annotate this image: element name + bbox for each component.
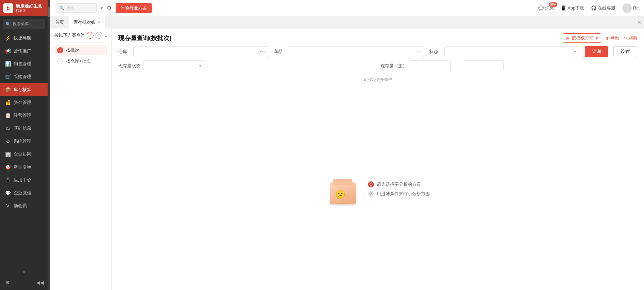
- collapse-sidebar-btn[interactable]: ◀◀: [35, 278, 45, 287]
- purchase-icon: 🛒: [5, 74, 11, 79]
- print-dropdown-icon[interactable]: ▾: [596, 36, 598, 41]
- tab-close-btn[interactable]: ×: [98, 20, 100, 25]
- sidebar-item-label: 销售管理: [14, 61, 31, 67]
- qty-range-divider: [453, 66, 460, 66]
- app-title-wrap: 畅康通好生意 标准版: [16, 3, 42, 13]
- sidebar-item-label: 应用中心: [14, 177, 31, 183]
- sidebar-item-enterprise[interactable]: 🏢 企业协同: [0, 148, 48, 161]
- user-name: Rit: [633, 5, 639, 11]
- trial-btn[interactable]: 体验行业方案: [116, 3, 152, 13]
- scheme-label: 按批次: [66, 47, 79, 53]
- service-icon: 🎧: [591, 5, 596, 11]
- scroll-thumb: [48, 7, 50, 17]
- empty-illustration: 😕: [326, 172, 360, 206]
- topbar-search-icon: 🔍: [60, 6, 65, 11]
- illustration-face: 😕: [335, 190, 345, 199]
- sidebar-item-label: 经营管理: [14, 112, 31, 119]
- status-select[interactable]: ▾: [444, 46, 579, 57]
- collapse-icon: ∧: [363, 77, 367, 82]
- query-btn[interactable]: 查询: [585, 46, 608, 57]
- scheme-inactive-icon: ○: [57, 58, 63, 64]
- settings-footer-btn[interactable]: ⚙: [3, 278, 12, 287]
- topbar-search[interactable]: 🔍 搜索: [56, 3, 97, 13]
- hint-text-1: 请先选择要分析的方案: [377, 181, 421, 187]
- sidebar-item-label: 快捷导航: [14, 35, 31, 41]
- page-title: 现存量查询(按批次): [118, 34, 171, 42]
- sidebar-item-system[interactable]: ⚙ 系统管理: [0, 135, 48, 148]
- collapse-filter-btn[interactable]: ∧ 收起更多条件: [118, 75, 637, 85]
- sidebar-item-label: 基础信息: [14, 125, 31, 131]
- sidebar-scroll[interactable]: [48, 0, 50, 290]
- sidebar-item-newguide[interactable]: 🎯 新手引导: [0, 161, 48, 174]
- sidebar-search[interactable]: 🔍 搜索菜单: [3, 19, 45, 29]
- sidebar-item-label: 企业协同: [14, 151, 31, 157]
- sidebar-item-basic[interactable]: 🗂 基础信息: [0, 122, 48, 135]
- search-icon: 🔍: [5, 22, 11, 26]
- scheme-item-batch[interactable]: ● 按批次: [54, 45, 107, 55]
- sidebar-item-label: 资金管理: [14, 99, 31, 106]
- sidebar: b 畅康通好生意 标准版 🔍 搜索菜单 ⚡ 快捷导航 📢 营销推广 📊 销售管理…: [0, 0, 48, 290]
- tab-inventory-batch[interactable]: 库存批次账 ×: [69, 16, 105, 29]
- hint-num-2: 2: [368, 191, 374, 197]
- inv-status-dropdown-icon: ▾: [199, 64, 201, 68]
- inv-qty-max-input[interactable]: [463, 60, 504, 71]
- sidebar-footer: ⚙ ◀◀: [0, 275, 48, 290]
- print-icon: 🖨: [566, 36, 570, 41]
- topbar-gear-icon[interactable]: ⚙: [107, 5, 112, 11]
- filter-inv-qty-group: 现存量（主）: [380, 60, 637, 71]
- print-label: 按模板打印: [572, 35, 594, 41]
- export-label: 导出: [610, 35, 619, 41]
- refresh-btn[interactable]: ↻ 刷新: [623, 35, 637, 41]
- tab-home[interactable]: 首页: [50, 16, 69, 29]
- export-btn[interactable]: ⬆ 导出: [605, 35, 619, 41]
- finance-icon: 💰: [5, 100, 11, 105]
- inventory-icon: 📦: [5, 87, 11, 92]
- warehouse-input[interactable]: ···: [133, 46, 268, 57]
- system-icon: ⚙: [5, 139, 11, 144]
- scheme-item-warehouse-batch[interactable]: ○ 按仓库+批次: [54, 56, 107, 66]
- settings-scheme-btn[interactable]: ⚙: [96, 32, 102, 39]
- add-scheme-btn[interactable]: +: [87, 32, 94, 39]
- sidebar-item-vip[interactable]: V 畅会员: [0, 199, 48, 212]
- vip-icon: V: [5, 203, 11, 209]
- sidebar-item-purchase[interactable]: 🛒 采购管理: [0, 70, 48, 83]
- inv-qty-min-input[interactable]: [410, 60, 451, 71]
- warehouse-dots-btn[interactable]: ···: [260, 49, 265, 55]
- page-header-actions: 🖨 按模板打印 ▾ ⬆ 导出 ↻ 刷新: [563, 33, 637, 43]
- user-profile-btn[interactable]: Rit: [622, 3, 639, 13]
- illustration-shadow: [328, 203, 357, 206]
- sidebar-item-label: 采购管理: [14, 74, 31, 80]
- filter-row-1: 仓库 ··· 商品 ··· 状态: [118, 46, 637, 57]
- filter-status-group: 状态 ▾: [429, 46, 579, 57]
- sidebar-item-sales[interactable]: 📊 销售管理: [0, 57, 48, 70]
- sidebar-item-quick[interactable]: ⚡ 快捷导航: [0, 32, 48, 44]
- app-download-btn[interactable]: 📱 App下载: [561, 5, 584, 11]
- hint-num-1: 1: [368, 181, 374, 187]
- sidebar-item-marketing[interactable]: 📢 营销推广: [0, 44, 48, 57]
- topbar-dropdown[interactable]: ▾: [101, 6, 103, 11]
- filter-area: 仓库 ··· 商品 ··· 状态: [112, 46, 644, 88]
- panel-close-btn[interactable]: ✕: [637, 19, 641, 26]
- online-service-btn[interactable]: 🎧 在线客服: [591, 5, 615, 11]
- product-input[interactable]: ···: [289, 46, 424, 57]
- messages-btn[interactable]: 💬 消息 99+: [538, 5, 554, 11]
- sidebar-item-finance[interactable]: 💰 资金管理: [0, 96, 48, 109]
- filter-settings-btn[interactable]: 设置: [613, 46, 637, 57]
- page-header: 现存量查询(按批次) 🖨 按模板打印 ▾ ⬆ 导出 ↻ 刷新: [112, 29, 644, 46]
- filter-product-group: 商品 ···: [274, 46, 424, 57]
- inv-status-select[interactable]: ▾: [143, 60, 204, 71]
- print-btn[interactable]: 🖨 按模板打印 ▾: [563, 33, 601, 43]
- main-area: 🔍 搜索 ▾ ⚙ 体验行业方案 💬 消息 99+ 📱 App下载 🎧 在线客服 …: [50, 0, 644, 290]
- sidebar-item-operation[interactable]: 📋 经营管理: [0, 109, 48, 122]
- sidebar-item-inventory[interactable]: 📦 库存核算: [0, 83, 48, 96]
- basic-icon: 🗂: [5, 126, 11, 131]
- sidebar-item-appstore[interactable]: 📱 应用中心: [0, 174, 48, 186]
- quick-icon: ⚡: [5, 35, 11, 41]
- download-icon: 📱: [561, 5, 566, 11]
- collapse-left-panel-btn[interactable]: «: [104, 33, 107, 38]
- app-edition: 标准版: [16, 9, 42, 13]
- sidebar-item-label: 库存核算: [14, 87, 31, 93]
- sidebar-item-wechat[interactable]: 💬 企业微信: [0, 186, 48, 199]
- product-dots-btn[interactable]: ···: [415, 49, 421, 55]
- operation-icon: 📋: [5, 113, 11, 118]
